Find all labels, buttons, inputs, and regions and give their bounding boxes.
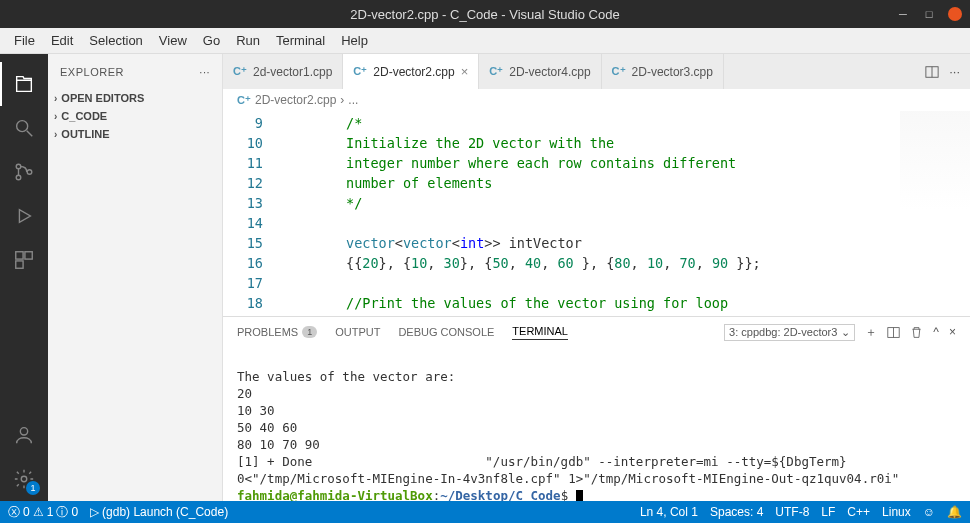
menu-go[interactable]: Go: [195, 29, 228, 52]
status-feedback-icon[interactable]: ☺: [923, 505, 935, 519]
code-editor[interactable]: 910111213141516171819 /* Initialize the …: [223, 111, 970, 316]
minimap[interactable]: [900, 111, 970, 211]
activity-settings[interactable]: 1: [0, 457, 48, 501]
split-editor-icon[interactable]: [925, 65, 939, 79]
close-tab-icon[interactable]: ×: [461, 64, 469, 79]
settings-badge: 1: [26, 481, 40, 495]
sidebar-more-icon[interactable]: ···: [199, 66, 210, 78]
menu-edit[interactable]: Edit: [43, 29, 81, 52]
menu-run[interactable]: Run: [228, 29, 268, 52]
tab-2d-vector2[interactable]: C⁺2D-vector2.cpp×: [343, 54, 479, 89]
activity-explorer[interactable]: [0, 62, 48, 106]
activity-scm[interactable]: [0, 150, 48, 194]
svg-point-8: [21, 476, 27, 482]
maximize-icon[interactable]: □: [922, 7, 936, 21]
terminal-select[interactable]: 3: cppdbg: 2D-vector3⌄: [724, 324, 855, 341]
cpp-icon: C⁺: [237, 94, 251, 107]
split-terminal-icon[interactable]: [887, 326, 900, 339]
activity-extensions[interactable]: [0, 238, 48, 282]
svg-point-3: [27, 170, 32, 175]
kill-terminal-icon[interactable]: [910, 326, 923, 339]
activity-search[interactable]: [0, 106, 48, 150]
cpp-icon: C⁺: [489, 65, 503, 78]
menu-selection[interactable]: Selection: [81, 29, 150, 52]
statusbar: ⓧ 0 ⚠ 1 ⓘ 0 ▷ (gdb) Launch (C_Code) Ln 4…: [0, 501, 970, 523]
cpp-icon: C⁺: [353, 65, 367, 78]
new-terminal-icon[interactable]: ＋: [865, 324, 877, 341]
cpp-icon: C⁺: [612, 65, 626, 78]
status-errors[interactable]: ⓧ 0 ⚠ 1 ⓘ 0: [8, 504, 78, 521]
sidebar-outline[interactable]: ›OUTLINE: [48, 125, 222, 143]
status-encoding[interactable]: UTF-8: [775, 505, 809, 519]
tab-2d-vector4[interactable]: C⁺2D-vector4.cpp: [479, 54, 601, 89]
menubar: File Edit Selection View Go Run Terminal…: [0, 28, 970, 54]
chevron-down-icon: ⌄: [841, 326, 850, 339]
menu-help[interactable]: Help: [333, 29, 376, 52]
panel: PROBLEMS1 OUTPUT DEBUG CONSOLE TERMINAL …: [223, 316, 970, 501]
svg-rect-5: [25, 252, 32, 259]
more-actions-icon[interactable]: ···: [949, 64, 960, 79]
titlebar: 2D-vector2.cpp - C_Code - Visual Studio …: [0, 0, 970, 28]
svg-rect-4: [16, 252, 23, 259]
tab-2d-vector1[interactable]: C⁺2d-vector1.cpp: [223, 54, 343, 89]
svg-rect-6: [16, 261, 23, 268]
panel-tab-problems[interactable]: PROBLEMS1: [237, 326, 317, 338]
status-bell-icon[interactable]: 🔔: [947, 505, 962, 519]
status-lang[interactable]: C++: [847, 505, 870, 519]
cpp-icon: C⁺: [233, 65, 247, 78]
panel-tab-terminal[interactable]: TERMINAL: [512, 325, 568, 340]
sidebar-folder[interactable]: ›C_CODE: [48, 107, 222, 125]
tabs: C⁺2d-vector1.cpp C⁺2D-vector2.cpp× C⁺2D-…: [223, 54, 970, 89]
svg-point-2: [16, 175, 21, 180]
menu-terminal[interactable]: Terminal: [268, 29, 333, 52]
svg-point-0: [17, 121, 28, 132]
close-panel-icon[interactable]: ×: [949, 325, 956, 339]
menu-view[interactable]: View: [151, 29, 195, 52]
sidebar-open-editors[interactable]: ›OPEN EDITORS: [48, 89, 222, 107]
tab-2d-vector3[interactable]: C⁺2D-vector3.cpp: [602, 54, 724, 89]
status-position[interactable]: Ln 4, Col 1: [640, 505, 698, 519]
terminal-body[interactable]: The values of the vector are: 20 10 30 5…: [223, 347, 970, 501]
maximize-panel-icon[interactable]: ^: [933, 325, 939, 339]
svg-point-7: [20, 428, 27, 435]
breadcrumbs[interactable]: C⁺ 2D-vector2.cpp › ...: [223, 89, 970, 111]
window-title: 2D-vector2.cpp - C_Code - Visual Studio …: [350, 7, 619, 22]
menu-file[interactable]: File: [6, 29, 43, 52]
status-launch[interactable]: ▷ (gdb) Launch (C_Code): [90, 505, 228, 519]
activity-debug[interactable]: [0, 194, 48, 238]
activity-account[interactable]: [0, 413, 48, 457]
close-icon[interactable]: [948, 7, 962, 21]
svg-point-1: [16, 164, 21, 169]
minimize-icon[interactable]: ─: [896, 7, 910, 21]
line-gutter: 910111213141516171819: [223, 111, 281, 316]
panel-tab-debug[interactable]: DEBUG CONSOLE: [398, 326, 494, 338]
sidebar: EXPLORER ··· ›OPEN EDITORS ›C_CODE ›OUTL…: [48, 54, 223, 501]
status-spaces[interactable]: Spaces: 4: [710, 505, 763, 519]
activity-bar: 1: [0, 54, 48, 501]
code-content[interactable]: /* Initialize the 2D vector with the int…: [281, 111, 970, 316]
status-os[interactable]: Linux: [882, 505, 911, 519]
sidebar-title: EXPLORER: [60, 66, 124, 78]
panel-tab-output[interactable]: OUTPUT: [335, 326, 380, 338]
status-eol[interactable]: LF: [821, 505, 835, 519]
